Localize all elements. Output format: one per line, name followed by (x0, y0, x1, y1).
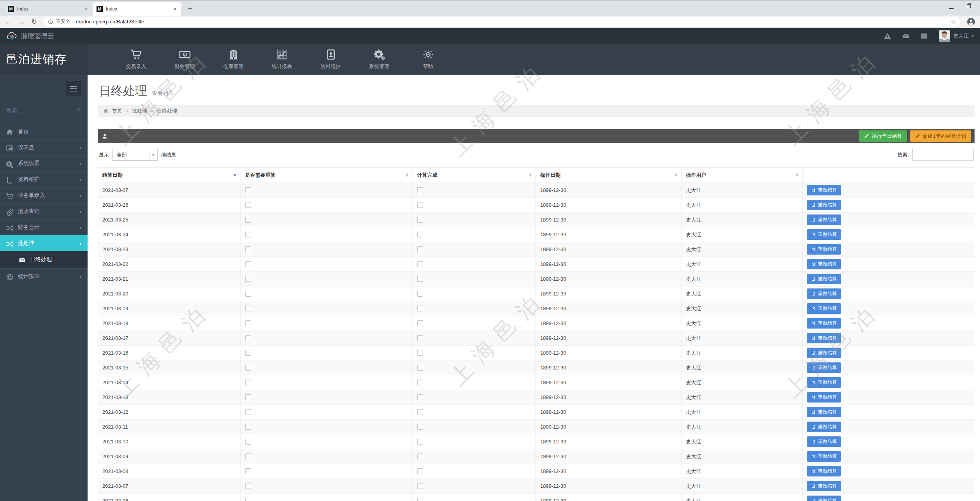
need-recalc-checkbox[interactable] (245, 424, 251, 430)
redo-settlement-button[interactable]: 重做结算 (807, 377, 841, 388)
calc-done-checkbox[interactable] (417, 483, 423, 489)
messages-envelope-icon[interactable] (902, 32, 910, 40)
redo-settlement-button[interactable]: 重做结算 (807, 466, 841, 476)
table-search-input[interactable] (912, 149, 974, 161)
sidebar-item-流水查询[interactable]: 流水查询 ‹ (0, 203, 88, 219)
redo-settlement-button[interactable]: 重做结算 (807, 348, 841, 358)
need-recalc-checkbox[interactable] (245, 454, 251, 459)
sidebar-item-首页[interactable]: 首页 (0, 123, 88, 139)
app-nav-item[interactable]: 帮助 (404, 49, 452, 70)
sidebar-item-日终处理[interactable]: 日终处理 (0, 251, 88, 268)
run-settlement-button[interactable]: 执行当日结算 (859, 130, 907, 142)
redo-settlement-button[interactable]: 重做结算 (807, 422, 841, 432)
user-menu[interactable]: 史大江 ▾ (939, 30, 974, 42)
redo-settlement-button[interactable]: 重做结算 (807, 481, 841, 491)
new-tab-button[interactable]: + (184, 3, 195, 14)
need-recalc-checkbox[interactable] (245, 246, 251, 252)
redo-settlement-button[interactable]: 重做结算 (807, 436, 841, 447)
column-header[interactable]: 是否需要重算▲▼ (241, 168, 413, 183)
calc-done-checkbox[interactable] (417, 365, 423, 371)
calc-done-checkbox[interactable] (417, 424, 423, 430)
redo-settlement-button[interactable]: 重做结算 (807, 288, 841, 299)
address-bar[interactable]: 不安全 erpdoc.epoerp.cn/Batch/Settle ☆ (43, 17, 961, 27)
new-plan-button[interactable]: 新建1年的结算计划 (910, 130, 971, 142)
app-nav-item[interactable]: 资料维护 (306, 49, 355, 70)
redo-settlement-button[interactable]: 重做结算 (807, 362, 841, 373)
need-recalc-checkbox[interactable] (245, 350, 251, 356)
redo-settlement-button[interactable]: 重做结算 (807, 407, 841, 417)
browser-tab[interactable]: M Index × (4, 2, 93, 16)
redo-settlement-button[interactable]: 重做结算 (807, 318, 841, 329)
calc-done-checkbox[interactable] (417, 187, 423, 193)
calc-done-checkbox[interactable] (417, 217, 423, 223)
column-header[interactable]: 计算完成▲▼ (413, 168, 536, 183)
need-recalc-checkbox[interactable] (245, 394, 251, 400)
calc-done-checkbox[interactable] (417, 454, 423, 459)
need-recalc-checkbox[interactable] (245, 409, 251, 415)
calc-done-checkbox[interactable] (417, 335, 423, 341)
calc-done-checkbox[interactable] (417, 468, 423, 474)
redo-settlement-button[interactable]: 重做结算 (807, 451, 841, 462)
need-recalc-checkbox[interactable] (245, 365, 251, 371)
need-recalc-checkbox[interactable] (245, 468, 251, 474)
url-text[interactable]: erpdoc.epoerp.cn/Batch/Settle (76, 19, 948, 25)
sidebar-toggle-button[interactable] (66, 81, 81, 96)
redo-settlement-button[interactable]: 重做结算 (807, 333, 841, 343)
search-icon[interactable] (77, 107, 81, 114)
alerts-icon[interactable] (884, 32, 891, 40)
need-recalc-checkbox[interactable] (245, 439, 251, 445)
need-recalc-checkbox[interactable] (245, 232, 251, 237)
app-nav-item[interactable]: 财务管理 (160, 49, 209, 70)
need-recalc-checkbox[interactable] (245, 261, 251, 267)
need-recalc-checkbox[interactable] (245, 217, 251, 223)
redo-settlement-button[interactable]: 重做结算 (807, 303, 841, 314)
restore-icon[interactable] (967, 4, 971, 8)
redo-settlement-button[interactable]: 重做结算 (807, 185, 841, 195)
back-icon[interactable]: ← (5, 18, 12, 25)
info-icon[interactable] (48, 19, 53, 25)
calc-done-checkbox[interactable] (417, 498, 423, 501)
sidebar-item-仪表盘[interactable]: 仪表盘 ‹ (0, 139, 88, 155)
calc-done-checkbox[interactable] (417, 291, 423, 297)
redo-settlement-button[interactable]: 重做结算 (807, 274, 841, 284)
calc-done-checkbox[interactable] (417, 409, 423, 415)
need-recalc-checkbox[interactable] (245, 276, 251, 282)
need-recalc-checkbox[interactable] (245, 498, 251, 501)
need-recalc-checkbox[interactable] (245, 320, 251, 326)
column-header[interactable]: 操作日期▲▼ (536, 168, 681, 183)
column-header[interactable]: 操作用户▲▼ (681, 168, 802, 183)
calc-done-checkbox[interactable] (417, 439, 423, 445)
brand[interactable]: 瀚琚管理云 (6, 31, 54, 41)
calc-done-checkbox[interactable] (417, 306, 423, 311)
sidebar-item-财务会计[interactable]: 财务会计 ‹ (0, 219, 88, 235)
column-header[interactable]: 结算日期▼ (98, 168, 241, 183)
redo-settlement-button[interactable]: 重做结算 (807, 200, 841, 210)
calc-done-checkbox[interactable] (417, 350, 423, 356)
calc-done-checkbox[interactable] (417, 261, 423, 267)
calc-done-checkbox[interactable] (417, 380, 423, 385)
browser-profile-icon[interactable] (967, 18, 975, 26)
app-nav-item[interactable]: 统计报表 (258, 49, 306, 70)
need-recalc-checkbox[interactable] (245, 483, 251, 489)
bookmark-star-icon[interactable]: ☆ (951, 18, 956, 25)
sidebar-item-资料维护[interactable]: 资料维护 ‹ (0, 171, 88, 187)
app-nav-item[interactable]: 仓库管理 (209, 49, 258, 70)
app-nav-item[interactable]: 交易录入 (112, 49, 160, 70)
redo-settlement-button[interactable]: 重做结算 (807, 244, 841, 255)
calc-done-checkbox[interactable] (417, 232, 423, 237)
redo-settlement-button[interactable]: 重做结算 (807, 259, 841, 269)
page-size-select[interactable]: 全部 ▾ (112, 149, 158, 161)
reload-icon[interactable]: ↻ (31, 18, 37, 25)
redo-settlement-button[interactable]: 重做结算 (807, 496, 841, 501)
browser-tab[interactable]: M Index × (93, 2, 181, 16)
redo-settlement-button[interactable]: 重做结算 (807, 229, 841, 240)
breadcrumb-item[interactable]: 日终处理 (157, 107, 177, 114)
sidebar-item-批处理[interactable]: 批处理 ‹ (0, 235, 88, 251)
minimize-icon[interactable] (949, 4, 954, 9)
redo-settlement-button[interactable]: 重做结算 (807, 214, 841, 225)
tab-close-icon[interactable]: × (84, 6, 89, 12)
need-recalc-checkbox[interactable] (245, 335, 251, 341)
need-recalc-checkbox[interactable] (245, 306, 251, 311)
calc-done-checkbox[interactable] (417, 394, 423, 400)
sidebar-item-系统设置[interactable]: 系统设置 ‹ (0, 155, 88, 171)
